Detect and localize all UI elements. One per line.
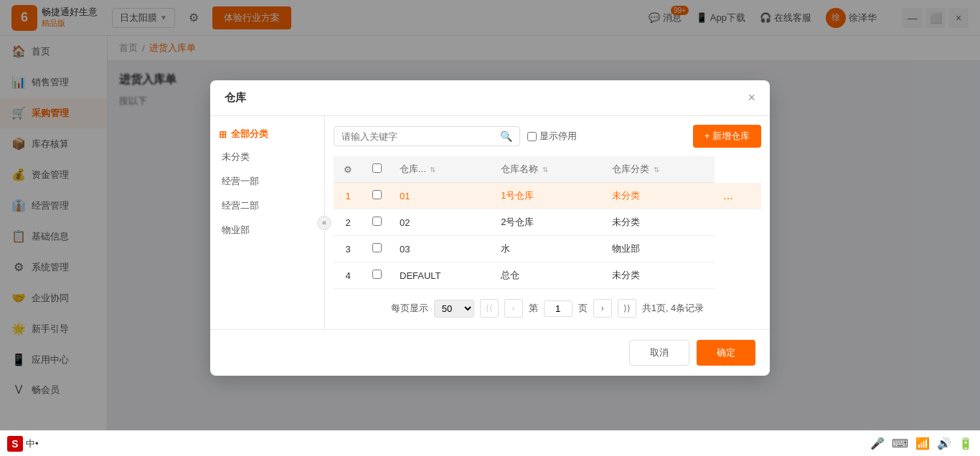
confirm-button[interactable]: 确定 xyxy=(697,340,755,366)
row-check-1[interactable] xyxy=(362,209,391,236)
search-input[interactable] xyxy=(341,131,500,142)
cancel-button[interactable]: 取消 xyxy=(629,340,689,366)
table-row[interactable]: 3 03 水 物业部 xyxy=(334,236,761,262)
s-logo-icon: S xyxy=(7,436,23,452)
table-row[interactable]: 4 DEFAULT 总仓 未分类 xyxy=(334,262,761,289)
category-items-list: 未分类经营一部经营二部物业部 xyxy=(210,145,324,242)
table-row[interactable]: 2 02 2号仓库 未分类 xyxy=(334,209,761,236)
row-index-1: 2 xyxy=(334,209,362,236)
row-category-1: 未分类 xyxy=(603,209,715,236)
row-category-0: 未分类 xyxy=(603,183,715,209)
modal-header: 仓库 × xyxy=(210,80,770,116)
row-index-2: 3 xyxy=(334,236,362,262)
table-body: 1 01 1号仓库 未分类 ... 2 02 2号仓库 未分类 3 03 水 物… xyxy=(334,183,761,289)
show-disabled-checkbox[interactable] xyxy=(527,132,537,141)
grid-icon: ⊞ xyxy=(219,129,227,140)
row-category-2: 物业部 xyxy=(603,236,715,262)
sort-icon-code: ⇅ xyxy=(430,166,435,174)
category-header: ⊞ 全部分类 xyxy=(210,123,324,145)
row-check-2[interactable] xyxy=(362,236,391,262)
modal-overlay: 仓库 × ⊞ 全部分类 « 未分类经营一部经营二部物业部 xyxy=(0,0,980,456)
modal-title: 仓库 xyxy=(225,91,246,105)
next-page-button[interactable]: › xyxy=(593,299,612,318)
row-name-0: 1号仓库 xyxy=(492,183,603,209)
page-label: 第 xyxy=(529,302,538,315)
row-code-3: DEFAULT xyxy=(391,262,492,289)
col-code-label: 仓库... xyxy=(400,163,426,174)
row-name-3: 总仓 xyxy=(492,262,603,289)
mic-icon[interactable]: 🎤 xyxy=(870,437,885,450)
row-index-3: 4 xyxy=(334,262,362,289)
category-collapse-button[interactable]: « xyxy=(317,216,331,230)
row-code-2: 03 xyxy=(391,236,492,262)
th-gear: ⚙ xyxy=(334,156,362,183)
page-unit: 页 xyxy=(578,302,588,315)
row-actions-0[interactable]: ... xyxy=(715,183,761,209)
col-category-label: 仓库分类 xyxy=(612,163,649,174)
signal-icon: 📶 xyxy=(915,437,930,450)
first-page-button[interactable]: ⟨⟨ xyxy=(480,299,499,318)
sort-icon-name: ⇅ xyxy=(542,166,548,174)
th-check xyxy=(362,156,391,183)
data-panel: 🔍 显示停用 + 新增仓库 ⚙ xyxy=(325,116,770,329)
row-category-3: 未分类 xyxy=(603,262,715,289)
row-check-3[interactable] xyxy=(362,262,391,289)
category-item-0[interactable]: 未分类 xyxy=(210,145,324,169)
page-total: 共1页, 4条记录 xyxy=(642,302,705,315)
row-code-1: 02 xyxy=(391,209,492,236)
category-all-label: 全部分类 xyxy=(231,128,268,141)
category-panel: ⊞ 全部分类 « 未分类经营一部经营二部物业部 xyxy=(210,116,325,329)
bottom-logo: S 中• xyxy=(7,436,39,452)
add-warehouse-button[interactable]: + 新增仓库 xyxy=(693,125,761,148)
volume-icon[interactable]: 🔊 xyxy=(937,437,951,450)
modal-body: ⊞ 全部分类 « 未分类经营一部经营二部物业部 🔍 xyxy=(210,116,770,329)
bottom-text: 中• xyxy=(26,437,39,450)
pagination: 每页显示 50 10 20 100 ⟨⟨ ‹ 第 页 › ⟩⟩ 共1页, 4条记… xyxy=(334,289,761,320)
gear-icon: ⚙ xyxy=(344,164,352,175)
category-item-1[interactable]: 经营一部 xyxy=(210,169,324,194)
table: ⚙ 仓库... ⇅ 仓库名称 xyxy=(334,156,761,289)
row-code-0: 01 xyxy=(391,183,492,209)
th-name: 仓库名称 ⇅ xyxy=(492,156,603,183)
bottom-bar: S 中• 🎤 ⌨ 📶 🔊 🔋 xyxy=(0,430,980,456)
show-disabled-text: 显示停用 xyxy=(540,130,577,143)
battery-icon: 🔋 xyxy=(958,437,973,450)
bottom-icons: 🎤 ⌨ 📶 🔊 🔋 xyxy=(870,437,973,450)
select-all-checkbox[interactable] xyxy=(372,163,382,173)
category-item-3[interactable]: 物业部 xyxy=(210,218,324,242)
prev-page-button[interactable]: ‹ xyxy=(504,299,523,318)
modal-footer: 取消 确定 xyxy=(210,329,770,376)
sort-icon-category: ⇅ xyxy=(654,166,659,174)
category-all-btn[interactable]: ⊞ 全部分类 xyxy=(219,128,268,141)
data-toolbar: 🔍 显示停用 + 新增仓库 xyxy=(334,125,761,148)
search-box: 🔍 xyxy=(334,126,520,146)
table-header: ⚙ 仓库... ⇅ 仓库名称 xyxy=(334,156,761,183)
row-name-1: 2号仓库 xyxy=(492,209,603,236)
search-icon[interactable]: 🔍 xyxy=(500,130,512,142)
modal-close-button[interactable]: × xyxy=(748,90,755,105)
last-page-button[interactable]: ⟩⟩ xyxy=(618,299,636,318)
row-index-0: 1 xyxy=(334,183,362,209)
category-item-2[interactable]: 经营二部 xyxy=(210,194,324,218)
warehouse-modal: 仓库 × ⊞ 全部分类 « 未分类经营一部经营二部物业部 xyxy=(210,80,770,376)
th-code: 仓库... ⇅ xyxy=(391,156,492,183)
show-disabled-label[interactable]: 显示停用 xyxy=(527,130,577,143)
col-name-label: 仓库名称 xyxy=(501,163,538,174)
header-row: ⚙ 仓库... ⇅ 仓库名称 xyxy=(334,156,761,183)
keyboard-icon[interactable]: ⌨ xyxy=(892,437,908,450)
warehouse-table: ⚙ 仓库... ⇅ 仓库名称 xyxy=(334,156,761,289)
table-row[interactable]: 1 01 1号仓库 未分类 ... xyxy=(334,183,761,209)
per-page-select[interactable]: 50 10 20 100 xyxy=(434,300,474,318)
row-check-0[interactable] xyxy=(362,183,391,209)
row-name-2: 水 xyxy=(492,236,603,262)
th-category: 仓库分类 ⇅ xyxy=(603,156,715,183)
page-input[interactable] xyxy=(544,300,573,317)
per-page-label: 每页显示 xyxy=(391,302,428,315)
